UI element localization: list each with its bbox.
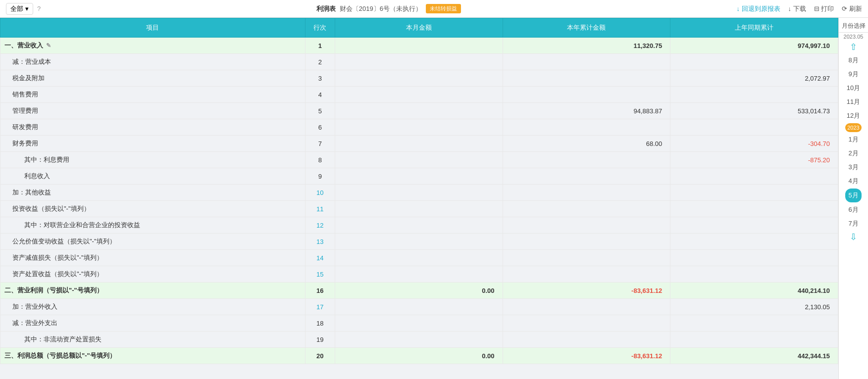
nav-down-arrow[interactable]: ⇩ [849,231,858,243]
cell-row: 11 [305,201,335,217]
cell-ytd [503,299,670,315]
back-button[interactable]: ↓ 回退到原报表 [736,4,780,13]
cell-ytd [503,250,670,266]
cell-row: 13 [305,234,335,250]
cell-row: 10 [305,185,335,201]
cell-item: 税金及附加 [0,70,306,87]
cell-item: 投资收益（损失以"-"填列） [0,201,306,217]
col-header-ytd: 本年累计金额 [503,18,670,38]
cell-ytd [503,201,670,217]
cell-last-year: -875.20 [670,152,838,168]
month-item[interactable]: 5月 [845,189,861,202]
cell-current-month [335,266,503,283]
cell-current-month: 0.00 [335,348,503,364]
table-row: 减：营业外支出18 [0,315,838,332]
edit-icon[interactable]: ✎ [46,42,51,49]
cell-last-year [670,119,838,136]
cell-last-year [670,234,838,250]
month-item[interactable]: 7月 [843,217,863,231]
col-header-current: 本月金额 [335,18,503,38]
table-row: 公允价值变动收益（损失以"-"填列）13 [0,234,838,250]
month-item[interactable]: 4月 [843,174,863,188]
col-header-lastyear: 上年同期累计 [670,18,838,38]
dropdown-arrow-icon: ▾ [25,5,29,12]
nav-up-arrow[interactable]: ⇧ [849,41,858,53]
month-item[interactable]: 1月 [843,133,863,146]
scope-dropdown[interactable]: 全部 ▾ [6,3,33,15]
cell-row: 19 [305,332,335,348]
month-item[interactable]: 2月 [843,146,863,160]
month-item[interactable]: 10月 [843,81,863,95]
cell-last-year: 2,130.05 [670,299,838,315]
cell-current-month [335,201,503,217]
download-button[interactable]: ↓ 下载 [788,4,806,13]
table-row: 财务费用768.00-304.70 [0,136,838,152]
cell-item: 二、营业利润（亏损以"-"号填列） [0,283,306,299]
table-header-row: 项目 行次 本月金额 本年累计金额 上年同期累计 [0,18,838,38]
top-bar-right: ↓ 回退到原报表 ↓ 下载 ⊟ 打印 ⟳ 刷新 [736,4,862,13]
cell-item: 减：营业外支出 [0,315,306,332]
cell-last-year: 442,344.15 [670,348,838,364]
cell-item: 其中：利息费用 [0,152,306,168]
cell-item: 研发费用 [0,119,306,136]
report-title: 利润表 [316,4,336,13]
cell-ytd [503,217,670,234]
cell-row: 4 [305,87,335,103]
cell-item: 管理费用 [0,103,306,119]
cell-current-month [335,103,503,119]
cell-current-month [335,136,503,152]
cell-item: 公允价值变动收益（损失以"-"填列） [0,234,306,250]
print-button[interactable]: ⊟ 打印 [814,4,834,13]
cell-item: 财务费用 [0,136,306,152]
month-item[interactable]: 3月 [843,160,863,174]
table-row: 加：其他收益10 [0,185,838,201]
cell-last-year [670,54,838,70]
cell-current-month [335,70,503,87]
month-item[interactable]: 8月 [843,53,863,67]
month-item[interactable]: 9月 [843,67,863,81]
col-header-row: 行次 [305,18,335,38]
table-row: 减：营业成本2 [0,54,838,70]
cell-row: 12 [305,217,335,234]
cell-item: 其中：对联营企业和合营企业的投资收益 [0,217,306,234]
table-row: 税金及附加32,072.97 [0,70,838,87]
table-row: 加：营业外收入172,130.05 [0,299,838,315]
cell-row: 17 [305,299,335,315]
table-row: 销售费用4 [0,87,838,103]
cell-row: 8 [305,152,335,168]
table-row: 其中：非流动资产处置损失19 [0,332,838,348]
cell-row: 15 [305,266,335,283]
cell-current-month [335,119,503,136]
cell-ytd: 11,320.75 [503,38,670,54]
cell-current-month [335,250,503,266]
cell-row: 2 [305,54,335,70]
cell-row: 18 [305,315,335,332]
cell-current-month [335,299,503,315]
cell-last-year [670,266,838,283]
table-row: 管理费用594,883.87533,014.73 [0,103,838,119]
table-row: 三、利润总额（亏损总额以"-"号填列）200.00-83,631.12442,3… [0,348,838,364]
month-item[interactable]: 6月 [843,203,863,217]
month-item[interactable]: 12月 [843,109,863,123]
cell-last-year [670,87,838,103]
cell-item: 加：其他收益 [0,185,306,201]
cell-ytd [503,119,670,136]
cell-item: 资产减值损失（损失以"-"填列） [0,250,306,266]
cell-item: 资产处置收益（损失以"-"填列） [0,266,306,283]
cell-current-month [335,152,503,168]
month-item[interactable]: 11月 [843,95,863,109]
cell-current-month [335,234,503,250]
cell-current-month [335,332,503,348]
help-icon[interactable]: ? [37,5,41,12]
month-item[interactable]: 2023 [845,123,861,132]
table-row: 利息收入9 [0,168,838,185]
cell-ytd [503,168,670,185]
main-layout: 项目 行次 本月金额 本年累计金额 上年同期累计 一、营业收入✎111,320.… [0,18,868,379]
cell-row: 16 [305,283,335,299]
refresh-button[interactable]: ⟳ 刷新 [842,4,862,13]
cell-last-year: -304.70 [670,136,838,152]
cell-row: 7 [305,136,335,152]
cell-ytd [503,70,670,87]
cell-ytd [503,315,670,332]
scope-label: 全部 [10,4,23,13]
